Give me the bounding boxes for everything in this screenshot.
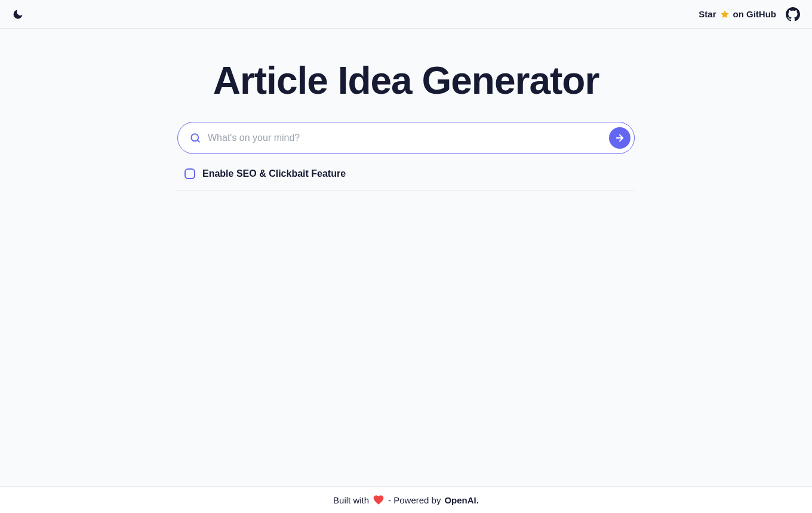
github-star-link[interactable]: Star on GitHub [699, 7, 800, 21]
github-link-text-after: on GitHub [733, 9, 776, 19]
footer-built-with: Built with [333, 495, 369, 505]
app-footer: Built with - Powered by OpenAI. [0, 486, 812, 513]
openai-link[interactable]: OpenAI. [444, 495, 479, 505]
github-icon [786, 7, 800, 21]
heart-icon [373, 494, 385, 506]
search-icon [190, 133, 201, 143]
search-container [177, 122, 635, 154]
page-title: Article Idea Generator [213, 59, 599, 103]
moon-icon [12, 8, 24, 20]
idea-input[interactable] [208, 133, 609, 143]
submit-button[interactable] [609, 127, 630, 149]
github-link-text-before: Star [699, 9, 716, 19]
star-icon [720, 10, 730, 19]
theme-toggle-button[interactable] [12, 8, 24, 20]
search-icon-wrap [190, 133, 201, 143]
svg-line-1 [197, 140, 199, 142]
main-content: Article Idea Generator Enable SEO & Clic… [0, 29, 812, 486]
app-header: Star on GitHub [0, 0, 812, 29]
seo-checkbox-label[interactable]: Enable SEO & Clickbait Feature [202, 168, 346, 179]
arrow-right-icon [614, 133, 625, 143]
seo-option-row: Enable SEO & Clickbait Feature [177, 154, 635, 191]
footer-powered-by: - Powered by [388, 495, 441, 505]
seo-checkbox[interactable] [184, 168, 195, 179]
idea-form [177, 122, 635, 154]
